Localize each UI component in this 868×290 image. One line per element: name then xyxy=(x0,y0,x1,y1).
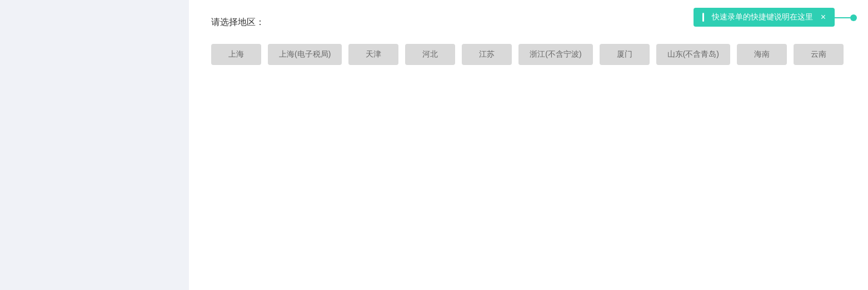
tooltip-line xyxy=(828,17,850,18)
page-layout: 快速录单的快捷键说明在这里 × 请选择地区： 上海 上海(电子税局) 天津 河北… xyxy=(0,0,868,290)
region-btn-shandong[interactable]: 山东(不含青岛) xyxy=(656,44,730,65)
sidebar xyxy=(0,0,189,290)
region-btn-hebei[interactable]: 河北 xyxy=(405,44,455,65)
region-buttons-container: 上海 上海(电子税局) 天津 河北 江苏 浙江(不含宁波) 厦门 山东(不含青岛… xyxy=(211,44,846,65)
region-btn-tianjin[interactable]: 天津 xyxy=(348,44,398,65)
tooltip-close-button[interactable]: × xyxy=(821,13,826,22)
region-btn-xiamen[interactable]: 厦门 xyxy=(600,44,650,65)
region-btn-hainan[interactable]: 海南 xyxy=(737,44,787,65)
tooltip-dot xyxy=(850,14,857,21)
region-btn-shanghai[interactable]: 上海 xyxy=(211,44,261,65)
region-btn-zhejiang[interactable]: 浙江(不含宁波) xyxy=(518,44,592,65)
region-btn-jiangsu[interactable]: 江苏 xyxy=(462,44,512,65)
main-content: 快速录单的快捷键说明在这里 × 请选择地区： 上海 上海(电子税局) 天津 河北… xyxy=(189,0,868,290)
region-btn-yunnan[interactable]: 云南 xyxy=(794,44,844,65)
tooltip-text: 快速录单的快捷键说明在这里 xyxy=(712,12,813,22)
region-btn-shanghai-etax[interactable]: 上海(电子税局) xyxy=(268,44,342,65)
tooltip-banner: 快速录单的快捷键说明在这里 × xyxy=(694,8,835,27)
